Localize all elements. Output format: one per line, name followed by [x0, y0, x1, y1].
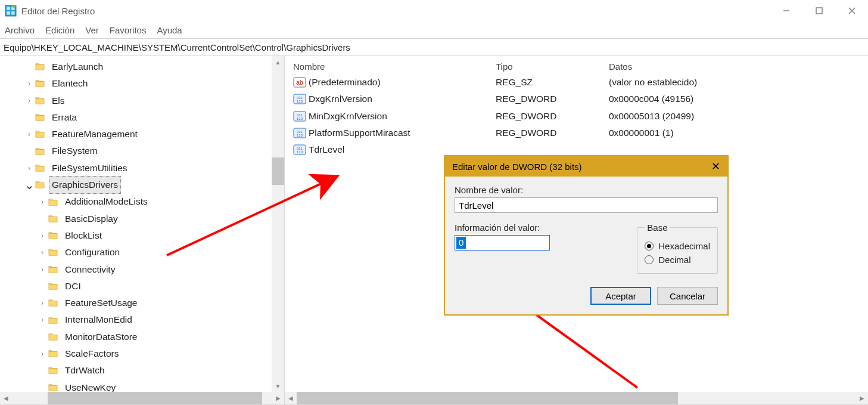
close-icon[interactable]: ✕	[711, 160, 720, 173]
folder-icon	[35, 113, 45, 122]
tree-item[interactable]: ·TdrWatch	[24, 362, 284, 379]
tree-item[interactable]: ›AdditionalModeLists	[24, 193, 284, 210]
value-row[interactable]: MinDxgKrnlVersionREG_DWORD0x00005013 (20…	[293, 108, 868, 125]
tree-item[interactable]: ›FeatureSetUsage	[24, 295, 284, 311]
dword-value-icon	[293, 128, 306, 138]
tree-item[interactable]: ›Connectivity	[24, 261, 284, 278]
chevron-right-icon[interactable]: ·	[24, 109, 35, 126]
column-header-data[interactable]: Datos	[609, 61, 868, 72]
dword-value-icon	[293, 94, 306, 104]
folder-icon	[35, 129, 45, 139]
chevron-right-icon[interactable]: ›	[37, 311, 48, 328]
value-type: REG_DWORD	[496, 111, 609, 122]
tree-item-label: EarlyLaunch	[49, 58, 106, 76]
tree-item[interactable]: ⌄GraphicsDrivers	[24, 177, 284, 193]
chevron-right-icon[interactable]: ›	[37, 193, 48, 210]
tree-item-label: DCI	[62, 277, 84, 295]
tree-item[interactable]: ·BasicDisplay	[24, 211, 284, 227]
value-row[interactable]: DxgKrnlVersionREG_DWORD0x0000c004 (49156…	[293, 91, 868, 107]
value-row[interactable]: PlatformSupportMiracastREG_DWORD0x000000…	[293, 125, 868, 141]
tree-item[interactable]: ›Elantech	[24, 75, 284, 92]
column-header-type[interactable]: Tipo	[496, 61, 609, 72]
scroll-right-icon[interactable]: ▶	[856, 395, 868, 401]
tree-item[interactable]: ›FeatureManagement	[24, 126, 284, 143]
tree-item[interactable]: ·EarlyLaunch	[24, 58, 284, 75]
chevron-right-icon[interactable]: ·	[37, 211, 48, 227]
registry-editor-window: Editor del Registro Archivo Edición Ver …	[0, 0, 868, 405]
tree-item[interactable]: ·DCI	[24, 278, 284, 295]
chevron-right-icon[interactable]: ·	[37, 362, 48, 379]
chevron-right-icon[interactable]: ›	[24, 92, 35, 109]
value-data-input[interactable]	[455, 235, 550, 251]
chevron-right-icon[interactable]: ›	[37, 261, 48, 278]
chevron-right-icon[interactable]: ›	[37, 244, 48, 261]
tree-item[interactable]: ›FileSystemUtilities	[24, 160, 284, 177]
tree-item[interactable]: ›Configuration	[24, 244, 284, 261]
scroll-up-icon[interactable]: ▲	[272, 56, 284, 68]
cancel-button[interactable]: Cancelar	[657, 287, 718, 305]
scroll-thumb[interactable]	[272, 157, 284, 185]
menu-ayuda[interactable]: Ayuda	[157, 25, 182, 35]
chevron-right-icon[interactable]: ›	[24, 126, 35, 143]
value-name-input[interactable]	[455, 197, 718, 213]
values-horizontal-scrollbar[interactable]: ◀ ▶	[285, 392, 868, 404]
dialog-title-bar[interactable]: Editar valor de DWORD (32 bits) ✕	[445, 156, 727, 177]
tree-item[interactable]: ·FileSystem	[24, 143, 284, 159]
menu-ver[interactable]: Ver	[85, 25, 99, 35]
scroll-thumb-h[interactable]	[48, 392, 262, 404]
tree-item[interactable]: ·MonitorDataStore	[24, 329, 284, 345]
folder-icon	[35, 180, 45, 190]
menu-favoritos[interactable]: Favoritos	[110, 25, 147, 35]
scroll-thumb-h[interactable]	[297, 392, 678, 404]
address-bar[interactable]: Equipo\HKEY_LOCAL_MACHINE\SYSTEM\Current…	[0, 38, 868, 56]
chevron-right-icon[interactable]: ›	[37, 345, 48, 362]
scroll-left-icon[interactable]: ◀	[0, 395, 12, 401]
minimize-button[interactable]	[770, 0, 802, 21]
scroll-right-icon[interactable]: ▶	[272, 395, 284, 401]
chevron-right-icon[interactable]: ›	[37, 295, 48, 311]
value-type: REG_DWORD	[496, 94, 609, 104]
string-value-icon	[293, 77, 306, 88]
chevron-right-icon[interactable]: ·	[24, 143, 35, 159]
tree-item[interactable]: ·UseNewKey	[24, 379, 284, 392]
tree-item[interactable]: ›InternalMonEdid	[24, 311, 284, 328]
radio-decimal[interactable]: Decimal	[645, 255, 710, 265]
tree-item-label: FeatureSetUsage	[62, 294, 141, 312]
ok-button[interactable]: Aceptar	[590, 287, 651, 305]
tree-body[interactable]: ·EarlyLaunch›Elantech›Els·Errata›Feature…	[0, 56, 284, 392]
scroll-left-icon[interactable]: ◀	[285, 395, 297, 401]
radio-icon	[645, 255, 654, 264]
menu-edicion[interactable]: Edición	[45, 25, 74, 35]
folder-icon	[48, 349, 58, 358]
chevron-right-icon[interactable]: ›	[24, 75, 35, 92]
chevron-down-icon[interactable]: ⌄	[24, 182, 35, 188]
dword-value-icon	[293, 144, 306, 155]
chevron-right-icon[interactable]: ·	[24, 58, 35, 75]
chevron-right-icon[interactable]: ·	[37, 379, 48, 392]
radio-hexadecimal[interactable]: Hexadecimal	[645, 241, 710, 251]
tree-item[interactable]: ·Errata	[24, 109, 284, 126]
chevron-right-icon[interactable]: ·	[37, 329, 48, 345]
menu-bar: Archivo Edición Ver Favoritos Ayuda	[0, 21, 868, 38]
tree-item[interactable]: ›Els	[24, 92, 284, 109]
tree-item[interactable]: ›BlockList	[24, 227, 284, 244]
tree-item-label: Els	[49, 92, 68, 110]
value-data-label: Información del valor:	[455, 222, 625, 233]
value-name: PlatformSupportMiracast	[309, 128, 410, 138]
edit-dword-dialog: Editar valor de DWORD (32 bits) ✕ Nombre…	[444, 155, 729, 316]
chevron-right-icon[interactable]: ›	[37, 227, 48, 244]
chevron-right-icon[interactable]: ›	[24, 160, 35, 177]
tree-horizontal-scrollbar[interactable]: ◀ ▶	[0, 392, 284, 404]
close-button[interactable]	[835, 0, 868, 21]
column-header-name[interactable]: Nombre	[293, 61, 496, 72]
tree-item[interactable]: ›ScaleFactors	[24, 345, 284, 362]
value-name: MinDxgKrnlVersion	[309, 111, 387, 122]
scroll-down-icon[interactable]: ▼	[272, 380, 284, 392]
menu-archivo[interactable]: Archivo	[5, 25, 35, 35]
svg-rect-13	[816, 8, 822, 14]
value-row[interactable]: (Predeterminado)REG_SZ(valor no establec…	[293, 74, 868, 91]
tree-pane: ·EarlyLaunch›Elantech›Els·Errata›Feature…	[0, 56, 285, 404]
tree-vertical-scrollbar[interactable]: ▲ ▼	[272, 56, 284, 392]
maximize-button[interactable]	[802, 0, 835, 21]
chevron-right-icon[interactable]: ·	[37, 278, 48, 295]
